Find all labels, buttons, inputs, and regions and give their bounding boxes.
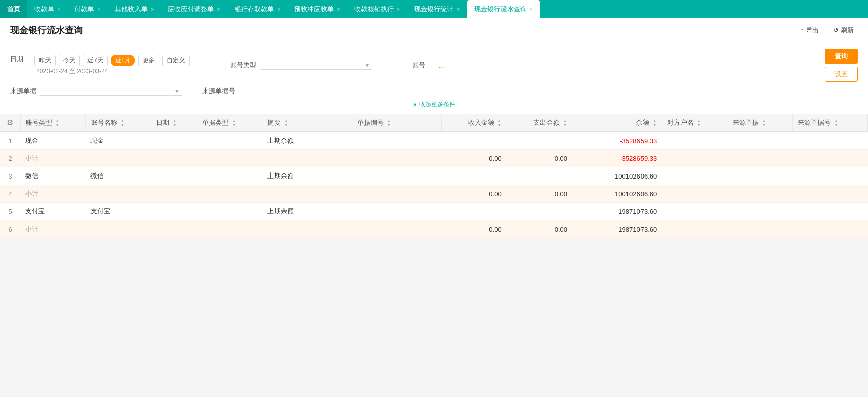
close-icon[interactable]: × — [151, 0, 154, 18]
query-button[interactable]: 查询 — [825, 49, 858, 64]
cell-income — [441, 203, 507, 220]
source-doc-no-input[interactable] — [239, 86, 391, 96]
col-summary[interactable]: 摘要 ▲▼ — [262, 114, 352, 132]
nav-item-付款单[interactable]: 付款单× — [67, 0, 107, 18]
cell-row-num: 2 — [0, 150, 20, 167]
date-label: 日期 — [10, 55, 30, 64]
export-button[interactable]: ↑ 导出 — [797, 24, 824, 37]
date-range: 2023-02-24 至 2023-03-24 — [36, 67, 190, 76]
nav-item-应收应付调整单[interactable]: 应收应付调整单× — [161, 0, 227, 18]
cell-source-doc — [727, 185, 793, 203]
col-doc-type[interactable]: 单据类型 ▲▼ — [197, 114, 262, 132]
col-account-type[interactable]: 账号类型 ▲▼ — [20, 114, 85, 132]
cell-date — [151, 203, 197, 220]
close-icon[interactable]: × — [530, 0, 533, 18]
col-expense[interactable]: 支出金额 ▲▼ — [507, 114, 572, 132]
nav-item-现金银行流水查询[interactable]: 现金银行流水查询× — [467, 0, 540, 18]
cell-summary: 上期余额 — [262, 203, 352, 220]
sort-doc-type-icon: ▲▼ — [232, 119, 236, 127]
sort-date-icon: ▲▼ — [173, 119, 177, 127]
date-btn-yesterday[interactable]: 昨天 — [34, 55, 56, 66]
refresh-icon: ↺ — [833, 26, 839, 34]
nav-item-其他收入单[interactable]: 其他收入单× — [108, 0, 161, 18]
page-header: 现金银行流水查询 ↑ 导出 ↺ 刷新 — [0, 18, 868, 42]
cell-doc-type — [197, 132, 262, 150]
cell-source-doc-no — [793, 185, 868, 203]
top-nav: 首页收款单×付款单×其他收入单×应收应付调整单×银行存取款单×预收冲应收单×收款… — [0, 0, 868, 18]
date-btn-more[interactable]: 更多 — [138, 55, 159, 66]
cell-summary — [262, 220, 352, 238]
date-filter-group: 日期 昨天 今天 近7天 近1月 更多 自定义 2023-02-24 至 202… — [10, 55, 190, 76]
date-btn-1month[interactable]: 近1月 — [111, 55, 135, 66]
sort-source-doc-no-icon: ▲▼ — [834, 119, 838, 127]
cell-doc-no — [352, 220, 441, 238]
cell-summary: 上期余额 — [262, 167, 352, 185]
settings-button[interactable]: 设置 — [825, 67, 858, 82]
collapse-row[interactable]: ∧ 收起更多条件 — [10, 98, 858, 110]
col-date[interactable]: 日期 ▲▼ — [151, 114, 197, 132]
sort-income-icon: ▲▼ — [497, 119, 501, 127]
col-source-doc[interactable]: 来源单据 ▲▼ — [727, 114, 793, 132]
col-doc-no[interactable]: 单据编号 ▲▼ — [352, 114, 441, 132]
sort-summary-icon: ▲▼ — [284, 119, 288, 127]
cell-doc-no — [352, 132, 441, 150]
account-label: 账号 — [412, 61, 432, 70]
cell-date — [151, 132, 197, 150]
nav-item-收款单[interactable]: 收款单× — [27, 0, 67, 18]
cell-doc-type — [197, 220, 262, 238]
cell-source-doc-no — [793, 220, 868, 238]
table-container: ⚙ 账号类型 ▲▼ 账号名称 ▲▼ 日期 ▲▼ 单据类型 ▲▼ — [0, 114, 868, 238]
nav-item-预收冲应收单[interactable]: 预收冲应收单× — [287, 0, 347, 18]
cell-account-name: 支付宝 — [85, 203, 151, 220]
col-source-doc-no[interactable]: 来源单据号 ▲▼ — [793, 114, 868, 132]
source-doc-no-group: 来源单据号 — [202, 86, 391, 96]
cell-source-doc — [727, 132, 793, 150]
refresh-button[interactable]: ↺ 刷新 — [829, 24, 858, 37]
source-doc-select[interactable]: ▼ — [40, 87, 182, 96]
col-counterpart[interactable]: 对方户名 ▲▼ — [662, 114, 727, 132]
cell-counterpart — [662, 220, 727, 238]
close-icon[interactable]: × — [397, 0, 400, 18]
table-gear-icon[interactable]: ⚙ — [7, 118, 13, 127]
col-account-name[interactable]: 账号名称 ▲▼ — [85, 114, 151, 132]
cell-income: 0.00 — [441, 220, 507, 238]
close-icon[interactable]: × — [57, 0, 60, 18]
cell-account-type: 小计 — [20, 150, 85, 167]
cell-account-type: 小计 — [20, 185, 85, 203]
cell-balance: 100102606.60 — [572, 167, 662, 185]
table-row: 2小计0.000.00-3528659.33 — [0, 150, 868, 167]
cell-counterpart — [662, 185, 727, 203]
cell-doc-type — [197, 167, 262, 185]
cell-date — [151, 220, 197, 238]
cell-summary: 上期余额 — [262, 132, 352, 150]
col-income[interactable]: 收入金额 ▲▼ — [441, 114, 507, 132]
cell-date — [151, 167, 197, 185]
col-balance[interactable]: 余额 ▲▼ — [572, 114, 662, 132]
cell-row-num: 5 — [0, 203, 20, 220]
nav-item-首页[interactable]: 首页 — [0, 0, 27, 18]
account-ellipsis-button[interactable]: ... — [436, 60, 447, 71]
account-type-label: 账号类型 — [230, 61, 256, 70]
source-doc-group: 来源单据 ▼ — [10, 86, 182, 96]
close-icon[interactable]: × — [97, 0, 100, 18]
date-btn-custom[interactable]: 自定义 — [162, 55, 190, 66]
nav-item-银行存取款单[interactable]: 银行存取款单× — [227, 0, 287, 18]
close-icon[interactable]: × — [277, 0, 280, 18]
filter-action-group: 查询 设置 — [825, 49, 858, 82]
cell-balance: 19871073.60 — [572, 220, 662, 238]
cell-balance: 19871073.60 — [572, 203, 662, 220]
nav-item-收款核销执行[interactable]: 收款核销执行× — [347, 0, 407, 18]
close-icon[interactable]: × — [217, 0, 220, 18]
cell-income — [441, 167, 507, 185]
nav-item-现金银行统计[interactable]: 现金银行统计× — [407, 0, 467, 18]
col-settings[interactable]: ⚙ — [0, 114, 20, 132]
cell-counterpart — [662, 132, 727, 150]
cell-income — [441, 132, 507, 150]
cell-balance: -3528659.33 — [572, 150, 662, 167]
date-btn-7days[interactable]: 近7天 — [83, 55, 108, 66]
close-icon[interactable]: × — [456, 0, 460, 18]
close-icon[interactable]: × — [337, 0, 340, 18]
table-row: 6小计0.000.0019871073.60 — [0, 220, 868, 238]
date-btn-today[interactable]: 今天 — [59, 55, 80, 66]
account-type-select[interactable]: ▼ — [260, 61, 372, 70]
